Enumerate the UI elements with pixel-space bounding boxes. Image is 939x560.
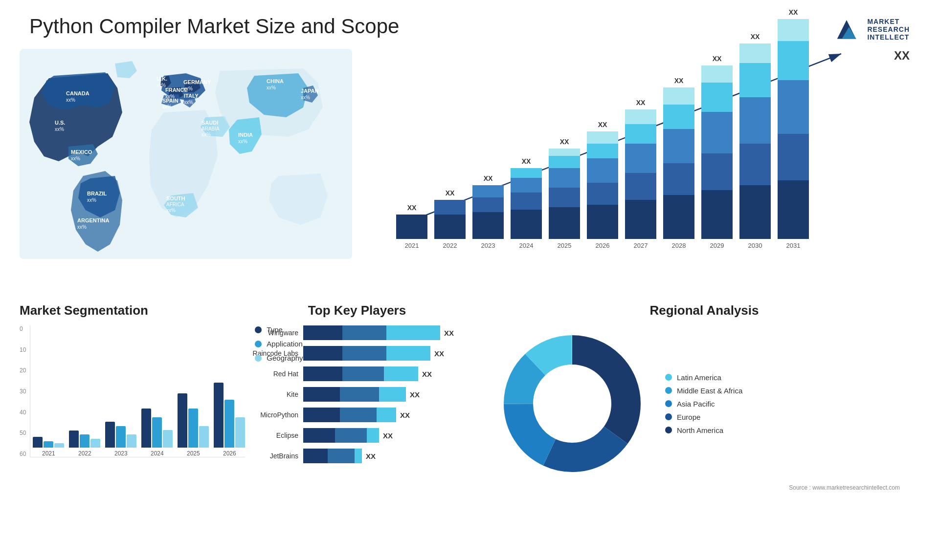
svg-point-27 bbox=[534, 366, 610, 442]
legend-type: Type bbox=[255, 325, 303, 334]
logo-icon bbox=[832, 15, 861, 44]
bar-2030: XX 2030 bbox=[739, 43, 771, 249]
svg-text:xx%: xx% bbox=[66, 97, 75, 103]
players-title: Top Key Players bbox=[235, 303, 479, 318]
germany-label: GERMANY bbox=[183, 79, 211, 85]
page-title: Python Compiler Market Size and Scope bbox=[29, 15, 399, 38]
player-kite: Kite XX bbox=[235, 387, 479, 402]
legend-latin: Latin America bbox=[665, 373, 742, 382]
bar-2029: XX 2029 bbox=[701, 65, 733, 249]
player-redhat: Red Hat XX bbox=[235, 366, 479, 381]
top-section: CANADA xx% U.S. xx% MEXICO xx% BRAZIL xx… bbox=[0, 49, 939, 293]
svg-text:xx%: xx% bbox=[184, 100, 193, 105]
legend-mea: Middle East & Africa bbox=[665, 387, 742, 395]
bar-2025: XX 2025 bbox=[549, 149, 580, 249]
svg-text:ARABIA: ARABIA bbox=[201, 126, 220, 131]
svg-text:xx%: xx% bbox=[201, 132, 211, 137]
bar-chart: XX 2021 XX 2022 bbox=[372, 73, 919, 264]
legend-europe: Europe bbox=[665, 413, 742, 421]
svg-text:xx%: xx% bbox=[267, 85, 276, 90]
seg-bar-2025: 2025 bbox=[178, 393, 209, 457]
legend-mea-dot bbox=[665, 387, 672, 394]
southafrica-label: SOUTH bbox=[166, 195, 185, 201]
bar-2021: XX 2021 bbox=[396, 215, 427, 249]
bottom-section: Market Segmentation 60 50 40 30 20 10 0 bbox=[0, 293, 939, 557]
legend-type-dot bbox=[255, 326, 262, 333]
svg-text:xx%: xx% bbox=[71, 156, 80, 161]
bar-2022: XX 2022 bbox=[434, 200, 466, 249]
argentina-label: ARGENTINA bbox=[77, 217, 109, 223]
svg-text:xx%: xx% bbox=[162, 104, 172, 109]
bar-chart-section: XX XX 2021 XX bbox=[352, 49, 919, 283]
china-label: CHINA bbox=[267, 78, 284, 84]
bar-2024: XX 2024 bbox=[511, 168, 542, 249]
segmentation-title: Market Segmentation bbox=[20, 303, 225, 318]
regional-section: Regional Analysis bbox=[489, 303, 919, 552]
seg-bar-2026: 2026 bbox=[214, 383, 245, 457]
seg-bar-2023: 2023 bbox=[105, 422, 136, 457]
svg-text:xx%: xx% bbox=[166, 208, 176, 213]
saudi-label: SAUDI bbox=[201, 120, 218, 126]
seg-legend: Type Application Geography bbox=[255, 325, 303, 362]
bar-2028: XX 2028 bbox=[663, 87, 694, 249]
world-map: CANADA xx% U.S. xx% MEXICO xx% BRAZIL xx… bbox=[20, 49, 352, 259]
legend-latin-dot bbox=[665, 374, 672, 381]
italy-label: ITALY bbox=[184, 93, 199, 99]
bar-2023: XX 2023 bbox=[472, 185, 504, 249]
chart-top-label: XX bbox=[894, 49, 910, 63]
brazil-label: BRAZIL bbox=[87, 191, 107, 196]
player-micropython: MicroPython XX bbox=[235, 408, 479, 422]
legend-northam: North America bbox=[665, 426, 742, 434]
regional-title: Regional Analysis bbox=[489, 303, 919, 318]
svg-text:xx%: xx% bbox=[87, 197, 96, 203]
legend-northam-dot bbox=[665, 427, 672, 433]
legend-geography-dot bbox=[255, 355, 262, 362]
donut-container: Latin America Middle East & Africa Asia … bbox=[489, 325, 919, 482]
svg-text:xx%: xx% bbox=[301, 95, 310, 100]
bar-2026: XX 2026 bbox=[587, 131, 618, 249]
donut-chart bbox=[489, 325, 655, 482]
uk-label: U.K. bbox=[156, 76, 167, 82]
legend-geography: Geography bbox=[255, 354, 303, 362]
bar-2027: XX 2027 bbox=[625, 109, 656, 249]
svg-text:xx%: xx% bbox=[238, 139, 247, 144]
legend-application-dot bbox=[255, 341, 262, 347]
logo-area: MARKET RESEARCH INTELLECT bbox=[832, 15, 910, 44]
logo-text: MARKET RESEARCH INTELLECT bbox=[867, 18, 910, 41]
seg-wrapper: 60 50 40 30 20 10 0 202 bbox=[20, 325, 225, 472]
seg-y-axis: 60 50 40 30 20 10 0 bbox=[20, 325, 26, 457]
seg-bar-2021: 2021 bbox=[33, 437, 64, 457]
segmentation-section: Market Segmentation 60 50 40 30 20 10 0 bbox=[20, 303, 225, 552]
legend-application: Application bbox=[255, 340, 303, 348]
player-jetbrains: JetBrains XX bbox=[235, 449, 479, 463]
us-label: U.S. bbox=[55, 120, 65, 126]
player-eclipse: Eclipse XX bbox=[235, 428, 479, 443]
source-text: Source : www.marketresearchintellect.com bbox=[489, 484, 919, 491]
donut-legend: Latin America Middle East & Africa Asia … bbox=[665, 373, 742, 434]
svg-text:xx%: xx% bbox=[77, 224, 87, 230]
legend-europe-dot bbox=[665, 413, 672, 420]
seg-bar-2024: 2024 bbox=[141, 409, 173, 457]
japan-label: JAPAN bbox=[301, 88, 319, 94]
seg-bar-2022: 2022 bbox=[69, 431, 100, 457]
legend-asia: Asia Pacific bbox=[665, 400, 742, 408]
seg-bars: 2021 2022 bbox=[30, 325, 245, 457]
svg-text:xx%: xx% bbox=[183, 86, 193, 91]
mexico-label: MEXICO bbox=[71, 149, 92, 155]
spain-label: SPAIN bbox=[162, 98, 179, 104]
svg-text:xx%: xx% bbox=[156, 83, 166, 88]
svg-text:xx%: xx% bbox=[55, 127, 64, 132]
svg-text:AFRICA: AFRICA bbox=[166, 202, 184, 207]
canada-label: CANADA bbox=[66, 90, 89, 96]
india-label: INDIA bbox=[238, 132, 253, 138]
map-section: CANADA xx% U.S. xx% MEXICO xx% BRAZIL xx… bbox=[20, 49, 352, 283]
legend-asia-dot bbox=[665, 400, 672, 407]
bar-2031: XX 2031 bbox=[778, 19, 809, 249]
